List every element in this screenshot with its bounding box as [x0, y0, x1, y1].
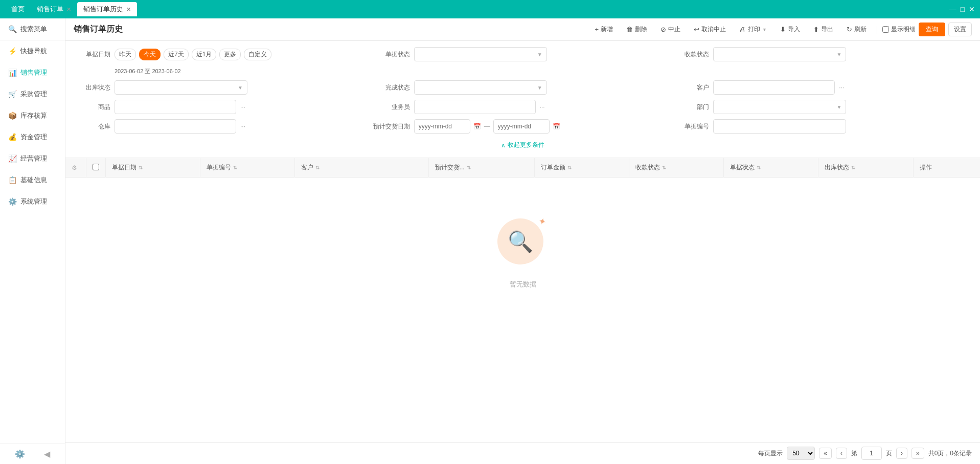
display-columns-checkbox[interactable]: [882, 26, 889, 33]
outbound-select[interactable]: ▼: [115, 80, 247, 95]
prev-page-button[interactable]: ‹: [836, 448, 847, 459]
tab-sales-order-history-close[interactable]: ✕: [126, 6, 131, 13]
sidebar-item-basic-info[interactable]: 📋 基础信息: [0, 169, 65, 191]
tab-home[interactable]: 首页: [5, 2, 31, 16]
department-select[interactable]: ▼: [713, 100, 846, 114]
collapse-up-icon: ∧: [501, 142, 506, 149]
column-settings-icon[interactable]: ⚙: [72, 164, 77, 171]
sidebar-collapse-icon[interactable]: ◀: [44, 449, 50, 459]
refresh-button[interactable]: ↻ 刷新: [841, 23, 872, 36]
th-receipt-status: 收款状态 ⇅: [629, 158, 723, 178]
date-filter-group: 昨天 今天 近7天 近1月 更多 自定义: [115, 49, 271, 60]
select-all-checkbox[interactable]: [93, 164, 99, 170]
product-input[interactable]: [115, 100, 236, 114]
sidebar-item-purchase-mgmt[interactable]: 🛒 采购管理: [0, 83, 65, 105]
sort-receipt-status[interactable]: 收款状态 ⇅: [635, 163, 717, 172]
calendar-to-icon[interactable]: 📅: [553, 123, 560, 130]
product-more-icon[interactable]: ···: [238, 103, 247, 111]
cancel-stop-button[interactable]: ↩ 取消中止: [689, 23, 731, 36]
operations-icon: 📈: [8, 154, 16, 163]
tab-sales-order[interactable]: 销售订单 ✕: [31, 2, 77, 16]
tab-sales-order-close[interactable]: ✕: [66, 6, 71, 13]
window-maximize-icon[interactable]: □: [961, 5, 965, 13]
filter-col-order-number: 单据编号: [672, 119, 972, 134]
sidebar-search[interactable]: 🔍 搜索菜单: [0, 18, 65, 40]
sidebar-item-quick-nav[interactable]: ⚡ 快捷导航: [0, 40, 65, 62]
sidebar-item-system[interactable]: ⚙️ 系统管理: [0, 191, 65, 212]
th-delivery-date: 预计交货... ⇅: [428, 158, 534, 178]
sidebar-system-label: 系统管理: [20, 197, 47, 206]
delete-label: 删除: [635, 25, 647, 34]
date-btn-today[interactable]: 今天: [139, 49, 161, 60]
filter-col-delivery-date: 预计交货日期 📅 — 📅: [373, 119, 673, 134]
sidebar-settings-icon[interactable]: ⚙️: [15, 449, 25, 459]
delivery-date-from[interactable]: [414, 119, 470, 134]
page-header: 销售订单历史 + 新增 🗑 删除 ⊘ 中止 ↩ 取消中止: [65, 18, 980, 41]
sort-outbound-status[interactable]: 出库状态 ⇅: [825, 163, 906, 172]
sort-order-status[interactable]: 单据状态 ⇅: [730, 163, 812, 172]
settings-button[interactable]: 设置: [948, 23, 972, 36]
sidebar-sales-mgmt-label: 销售管理: [20, 68, 47, 77]
basic-info-icon: 📋: [8, 176, 16, 184]
sort-order-status-icon: ⇅: [757, 165, 761, 170]
date-btn-custom[interactable]: 自定义: [244, 49, 271, 60]
page-size-select[interactable]: 10 20 50 100: [787, 447, 815, 460]
collapse-filters-btn[interactable]: ∧ 收起更多条件: [74, 139, 972, 151]
date-btn-1month[interactable]: 近1月: [192, 49, 217, 60]
salesperson-input[interactable]: [414, 100, 536, 114]
warehouse-more-icon[interactable]: ···: [238, 123, 247, 130]
delete-button[interactable]: 🗑 删除: [621, 23, 652, 36]
add-icon: +: [595, 26, 599, 33]
th-delivery-date-label: 预计交货...: [435, 163, 465, 172]
salesperson-more-icon[interactable]: ···: [538, 103, 547, 111]
display-columns-checkbox-label[interactable]: 显示明细: [882, 25, 916, 34]
order-number-input[interactable]: [713, 119, 846, 134]
page-size-label: 每页显示: [758, 449, 783, 458]
sort-customer[interactable]: 客户 ⇅: [301, 163, 422, 172]
sort-date[interactable]: 单据日期 ⇅: [112, 163, 194, 172]
th-operations: 操作: [913, 158, 980, 178]
next-page-button[interactable]: ›: [896, 448, 907, 459]
empty-illustration: 🔍 ✦: [497, 218, 549, 270]
salesperson-label: 业务员: [373, 103, 414, 112]
sidebar-item-operations[interactable]: 📈 经营管理: [0, 148, 65, 169]
date-btn-yesterday[interactable]: 昨天: [115, 49, 136, 60]
empty-state: 🔍 ✦ 暂无数据: [65, 178, 980, 310]
sort-order-amount[interactable]: 订单金额 ⇅: [541, 163, 623, 172]
sidebar-purchase-mgmt-label: 采购管理: [20, 90, 47, 99]
stop-button[interactable]: ⊘ 中止: [655, 23, 686, 36]
import-button[interactable]: ⬇ 导入: [775, 23, 805, 36]
receipt-status-select[interactable]: ▼: [713, 47, 846, 61]
sidebar-item-finance[interactable]: 💰 资金管理: [0, 126, 65, 148]
last-page-button[interactable]: »: [911, 448, 924, 459]
calendar-from-icon[interactable]: 📅: [473, 123, 481, 130]
tab-sales-order-history[interactable]: 销售订单历史 ✕: [77, 2, 137, 16]
delivery-date-to[interactable]: [493, 119, 550, 134]
window-minimize-icon[interactable]: —: [949, 5, 956, 13]
status-dropdown-icon: ▼: [537, 52, 542, 57]
customer-more-icon[interactable]: ···: [837, 84, 846, 91]
sort-delivery-date[interactable]: 预计交货... ⇅: [435, 163, 528, 172]
add-button[interactable]: + 新增: [589, 23, 618, 36]
page-number-input[interactable]: [861, 447, 882, 460]
first-page-button[interactable]: «: [819, 448, 832, 459]
window-close-icon[interactable]: ✕: [969, 5, 975, 13]
date-btn-7days[interactable]: 近7天: [164, 49, 189, 60]
date-btn-more[interactable]: 更多: [219, 49, 241, 60]
sidebar-item-sales-mgmt[interactable]: 📊 销售管理: [0, 62, 65, 83]
sort-number[interactable]: 单据编号 ⇅: [207, 163, 288, 172]
sidebar-item-inventory[interactable]: 📦 库存核算: [0, 105, 65, 126]
customer-input[interactable]: [713, 80, 835, 95]
print-button[interactable]: 🖨 打印 ▼: [734, 23, 772, 36]
search-button[interactable]: 查询: [919, 23, 945, 36]
th-order-amount-label: 订单金额: [541, 163, 565, 172]
completion-select[interactable]: ▼: [414, 80, 547, 95]
export-button[interactable]: ⬆ 导出: [808, 23, 838, 36]
status-select[interactable]: ▼: [414, 47, 547, 61]
sidebar-inventory-label: 库存核算: [20, 111, 47, 120]
warehouse-input[interactable]: [115, 119, 236, 134]
department-dropdown-icon: ▼: [836, 104, 841, 110]
outbound-label: 出库状态: [74, 83, 115, 92]
stop-icon: ⊘: [660, 26, 666, 33]
finance-icon: 💰: [8, 133, 16, 141]
